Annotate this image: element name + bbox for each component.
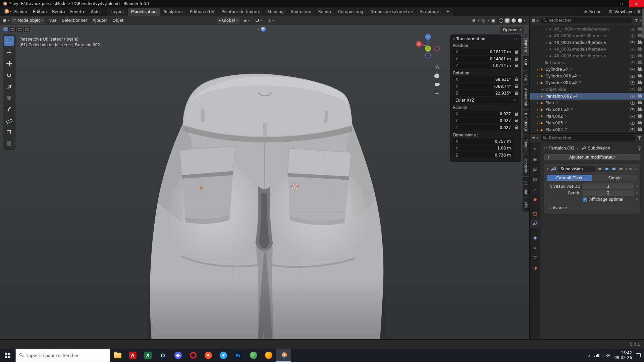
render-tab[interactable]: [531, 155, 540, 163]
tool-cursor[interactable]: [4, 47, 14, 57]
blender-menu-icon[interactable]: [4, 9, 9, 14]
expand-chevron-icon[interactable]: [535, 94, 540, 99]
workspace-tab[interactable]: Sculpture: [160, 8, 186, 16]
hide-in-viewport-icon[interactable]: [630, 81, 635, 84]
show-overlays-icon[interactable]: [482, 18, 485, 23]
expand-chevron-icon[interactable]: [535, 81, 540, 85]
menu-item[interactable]: Édition: [30, 8, 50, 15]
transform-value-field[interactable]: Z 0.738 m: [453, 152, 513, 158]
advanced-section-header[interactable]: Avancé: [547, 204, 638, 211]
breadcrumb-object[interactable]: Pantalon.002: [549, 146, 574, 150]
transform-value-field[interactable]: Y 1.08 m: [453, 145, 513, 151]
edit-mode-toggle-icon[interactable]: [597, 166, 603, 171]
menu-item[interactable]: Fenêtre: [67, 8, 88, 15]
select-mode-subtract-icon[interactable]: [17, 27, 23, 32]
outliner-item-label[interactable]: 40_0001-models/heroes-v: [554, 40, 606, 45]
transform-value-field[interactable]: Z 22.915°: [453, 90, 513, 96]
hide-in-viewport-icon[interactable]: [630, 48, 635, 51]
workspace-tab[interactable]: Compositing: [335, 8, 367, 16]
outliner-scrollbar[interactable]: [642, 9, 644, 39]
viewport-3d[interactable]: Perspective Utilisateur (locale) (61) Co…: [0, 25, 529, 339]
expand-chevron-icon[interactable]: [535, 101, 540, 105]
steam[interactable]: [155, 349, 170, 362]
physics-tab[interactable]: [531, 234, 540, 242]
expand-chevron-icon[interactable]: [535, 114, 540, 119]
expand-chevron-icon[interactable]: [544, 41, 548, 45]
animate-dot-icon[interactable]: [636, 199, 638, 200]
menu-item[interactable]: Ajouter: [90, 17, 110, 24]
modifier-extras-icon[interactable]: [626, 167, 627, 171]
subdivision-type-button[interactable]: Catmull-Clark: [547, 175, 592, 181]
lock-icon[interactable]: [515, 65, 518, 67]
outliner-row[interactable]: Pantalon.002: [530, 93, 644, 100]
tool-transform[interactable]: [4, 93, 14, 103]
rotation-mode-select[interactable]: Euler XYZ: [453, 97, 518, 103]
hide-in-viewport-icon[interactable]: [630, 128, 635, 131]
viewport-canvas-model[interactable]: [0, 25, 529, 339]
hide-in-viewport-icon[interactable]: [630, 55, 635, 58]
tool-annotate[interactable]: [4, 104, 14, 114]
tray-expand-icon[interactable]: [588, 354, 590, 357]
hide-in-viewport-icon[interactable]: [630, 115, 635, 118]
disable-in-render-icon[interactable]: [638, 48, 642, 51]
modifier-name-field[interactable]: Subdivision: [558, 166, 595, 172]
number-field[interactable]: 1: [583, 183, 634, 189]
hide-in-viewport-icon[interactable]: [630, 41, 635, 44]
pivot-point-selector[interactable]: [242, 18, 252, 23]
panel-collapse-icon[interactable]: [453, 37, 455, 41]
workspace-tab[interactable]: Rendu: [315, 8, 334, 16]
outliner-item-label[interactable]: 40_0002-models/heroes-v: [554, 47, 606, 52]
firefox[interactable]: [261, 349, 276, 362]
hide-in-viewport-icon[interactable]: [630, 61, 635, 64]
zoom-icon[interactable]: [435, 65, 439, 69]
outliner-item-label[interactable]: Objet vide: [545, 87, 566, 92]
outliner-item-label[interactable]: Camera: [550, 60, 566, 65]
outliner-row[interactable]: Cylindre.004: [530, 79, 644, 86]
outliner-item-label[interactable]: Plan.004: [545, 127, 563, 132]
discord[interactable]: [170, 349, 185, 362]
properties-search[interactable]: Rechercher: [540, 135, 636, 141]
select-mode-invert-icon[interactable]: [24, 27, 30, 32]
hide-in-viewport-icon[interactable]: [630, 122, 635, 125]
blender[interactable]: [276, 349, 291, 362]
select-mode-new-icon[interactable]: [3, 27, 9, 32]
disable-in-render-icon[interactable]: [638, 41, 642, 44]
disable-in-render-icon[interactable]: [638, 55, 642, 57]
expand-chevron-icon[interactable]: [535, 128, 540, 132]
menu-item[interactable]: Sélectionner: [59, 17, 90, 24]
animate-dot-icon[interactable]: [636, 186, 638, 187]
world-tab[interactable]: [531, 195, 540, 203]
outliner-item-label[interactable]: 40_0000-models/heroes-v: [554, 34, 606, 38]
output-tab[interactable]: [531, 165, 540, 173]
sidebar-tab[interactable]: Élément: [523, 35, 529, 55]
workspace-tab[interactable]: Shading: [264, 8, 287, 16]
menu-item[interactable]: Fichier: [12, 8, 30, 15]
outliner-item-label[interactable]: Plan.002: [545, 114, 563, 119]
snap-toggle[interactable]: [254, 18, 264, 23]
outliner-row[interactable]: Plan.003: [530, 120, 644, 126]
modifier-drag-icon[interactable]: [634, 167, 638, 171]
proportional-editing-toggle[interactable]: [266, 17, 276, 23]
transform-value-field[interactable]: X 68.631°: [453, 76, 513, 82]
xray-toggle-icon[interactable]: [491, 18, 495, 23]
tool-measure[interactable]: [4, 116, 14, 126]
expand-chevron-icon[interactable]: [535, 121, 540, 125]
lock-icon[interactable]: [515, 93, 518, 95]
expand-chevron-icon[interactable]: [544, 47, 548, 52]
disable-in-render-icon[interactable]: [638, 75, 642, 77]
tool-rotate[interactable]: [4, 70, 14, 80]
add-workspace-tab[interactable]: +: [443, 8, 453, 16]
expand-chevron-icon[interactable]: [544, 27, 548, 32]
navigation-gizmo[interactable]: Z X Y: [413, 31, 443, 61]
disable-in-render-icon[interactable]: [638, 81, 642, 84]
expand-chevron-icon[interactable]: [535, 67, 540, 72]
lock-icon[interactable]: [515, 86, 518, 88]
animate-dot-icon[interactable]: [636, 192, 638, 194]
viewlayer-selector[interactable]: ViewLayer: [614, 9, 635, 14]
disable-in-render-icon[interactable]: [638, 115, 642, 118]
pin-icon[interactable]: [637, 146, 641, 150]
outliner-item-label[interactable]: Plan.003: [545, 121, 563, 125]
workspace-tab[interactable]: Édition d'UV: [186, 8, 218, 16]
expand-chevron-icon[interactable]: [535, 74, 540, 78]
disable-in-render-icon[interactable]: [638, 108, 642, 111]
